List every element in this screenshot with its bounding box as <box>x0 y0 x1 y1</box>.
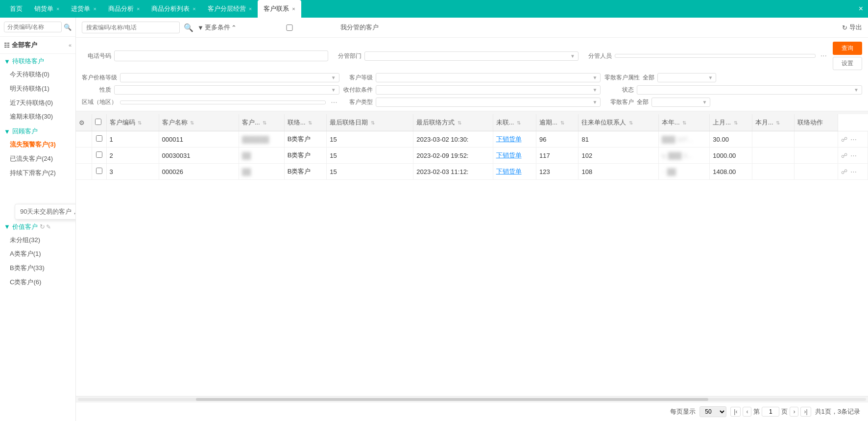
sidebar-item-class-c[interactable]: C类客户(6) <box>0 275 75 290</box>
row-action-more-icon[interactable]: ⋯ <box>850 152 857 159</box>
contact-person-sort-icon[interactable]: ⇅ <box>629 120 633 125</box>
sidebar-item-churn-warning[interactable]: 流失预警客户(3) <box>0 138 75 152</box>
phone-input[interactable] <box>114 50 328 61</box>
code-sort-icon[interactable]: ⇅ <box>138 120 142 125</box>
row-action-link-icon[interactable]: ☍ <box>841 152 847 159</box>
sidebar-item-class-a[interactable]: A类客户(1) <box>0 247 75 261</box>
row-checkbox-2[interactable] <box>96 168 102 174</box>
zero-customer-select[interactable]: ▼ <box>651 98 710 107</box>
person-dots[interactable]: ··· <box>819 51 829 60</box>
group3-refresh-icon[interactable]: ↻ <box>40 223 45 230</box>
type-sort-icon[interactable]: ⇅ <box>263 120 266 125</box>
first-page-button[interactable]: |‹ <box>730 407 741 417</box>
window-close-icon[interactable]: × <box>859 4 863 13</box>
last-method-link[interactable]: 下销货单 <box>496 151 522 159</box>
sidebar-item-ungrouped[interactable]: 未分组(32) <box>0 233 75 248</box>
overdue-sort-icon[interactable]: ⇅ <box>560 120 564 125</box>
hscroll-thumb[interactable] <box>196 398 708 401</box>
sidebar-item-declining[interactable]: 持续下滑客户(2) <box>0 166 75 180</box>
query-button[interactable]: 查询 <box>833 42 862 55</box>
area-select[interactable] <box>120 100 326 104</box>
area-dots[interactable]: ··· <box>329 98 339 107</box>
sidebar-group-pending[interactable]: ▼ 待联络客户 <box>0 54 75 68</box>
nav-tab-goods-list-close[interactable]: × <box>193 6 195 12</box>
sidebar-item-churned[interactable]: 已流失客户(24) <box>0 152 75 166</box>
row-checkbox-0[interactable] <box>96 135 102 142</box>
zero-attr-select[interactable]: ▼ <box>657 73 716 82</box>
name-sort-icon[interactable]: ⇅ <box>190 120 194 125</box>
search-input[interactable] <box>82 22 180 33</box>
customer-price-select[interactable]: ▼ <box>120 73 339 82</box>
sidebar-group-value[interactable]: ▼ 价值客户 ↻ ✎ <box>0 220 75 233</box>
nav-tab-sales-close[interactable]: × <box>56 6 59 12</box>
last-page-button[interactable]: ›| <box>800 407 811 417</box>
row-checkbox-1[interactable] <box>96 151 102 158</box>
horizontal-scrollbar[interactable] <box>76 396 868 402</box>
nav-tab-goods-list[interactable]: 商品分析列表 × <box>145 0 201 18</box>
pagination: 每页显示 50 100 200 |‹ ‹ 第 页 › ›| 共1页，3条记录 <box>76 402 868 421</box>
nav-tab-customer-contact[interactable]: 客户联系 × <box>258 0 301 18</box>
sidebar-search-input[interactable] <box>4 22 62 32</box>
settings-button[interactable]: 设置 <box>833 57 862 70</box>
payment-select[interactable]: ▼ <box>376 85 601 95</box>
export-button[interactable]: ↻ 导出 <box>842 23 862 32</box>
type-col-header: 客户... ⇅ <box>239 114 284 131</box>
gender-select[interactable]: ▼ <box>114 85 339 95</box>
last-method-sort-icon[interactable]: ⇅ <box>458 120 461 125</box>
more-filter-button[interactable]: ▼ 更多条件 ⌃ <box>197 23 237 32</box>
last-date-sort-icon[interactable]: ⇅ <box>371 120 375 125</box>
nav-tab-customer-contact-close[interactable]: × <box>292 6 295 12</box>
my-customer-checkbox[interactable]: 我分管的客户 <box>241 23 379 32</box>
nav-tab-goods-analysis[interactable]: 商品分析 × <box>102 0 145 18</box>
page-input[interactable] <box>762 407 779 417</box>
customer-type-select[interactable]: ▼ <box>376 98 601 107</box>
last-method-link[interactable]: 下销货单 <box>496 135 522 143</box>
nav-tab-goods-analysis-close[interactable]: × <box>137 6 140 12</box>
my-customer-check[interactable] <box>241 25 338 31</box>
dept-select[interactable]: ▼ <box>364 51 579 61</box>
nav-tab-customer-tier-close[interactable]: × <box>249 6 252 12</box>
this-month-sort-icon[interactable]: ⇅ <box>776 120 780 125</box>
sidebar-search-icon[interactable]: 🔍 <box>64 24 72 31</box>
not-contact-sort-icon[interactable]: ⇅ <box>517 120 521 125</box>
name-col-header: 客户名称 ⇅ <box>159 114 239 131</box>
table-settings-icon[interactable]: ⚙ <box>79 119 85 126</box>
status-select[interactable]: ▼ <box>637 85 862 95</box>
nav-tab-home[interactable]: 首页 <box>4 0 28 18</box>
row-action-link-icon[interactable]: ☍ <box>841 136 847 143</box>
nav-tab-purchase-close[interactable]: × <box>93 6 96 12</box>
search-button[interactable]: 🔍 <box>184 23 193 32</box>
last-month-sort-icon[interactable]: ⇅ <box>734 120 738 125</box>
person-select[interactable] <box>615 54 816 58</box>
row-this-year-cell: 30.00 <box>710 131 752 148</box>
customer-level-select[interactable]: ▼ <box>376 73 601 82</box>
sidebar-group-review[interactable]: ▼ 回顾客户 <box>0 124 75 138</box>
sidebar-item-today[interactable]: 今天待联络(0) <box>0 68 75 82</box>
nav-tab-customer-tier[interactable]: 客户分层经营 × <box>202 0 258 18</box>
nav-tab-purchase[interactable]: 进货单 × <box>65 0 102 18</box>
collapse-icon[interactable]: « <box>69 42 72 48</box>
nav-tab-sales[interactable]: 销货单 × <box>28 0 65 18</box>
group3-edit-icon[interactable]: ✎ <box>46 223 51 230</box>
select-all-checkbox[interactable] <box>95 119 101 125</box>
dept-label: 分管部门 <box>332 52 362 60</box>
last-method-link[interactable]: 下销货单 <box>496 168 522 175</box>
contact-sort-icon[interactable]: ⇅ <box>308 120 312 125</box>
per-page-select[interactable]: 50 100 200 <box>699 406 726 417</box>
row-overdue-cell: 108 <box>579 164 658 180</box>
sidebar-all-customers[interactable]: ☷ 全部客户 « <box>0 37 75 54</box>
sidebar-item-tomorrow[interactable]: 明天待联络(1) <box>0 82 75 96</box>
row-last-method-cell: 下销货单 <box>493 131 536 148</box>
sidebar-item-overdue[interactable]: 逾期未联络(30) <box>0 110 75 124</box>
this-year-sort-icon[interactable]: ⇅ <box>682 120 686 125</box>
row-action-more-icon[interactable]: ⋯ <box>850 136 857 143</box>
row-action-link-icon[interactable]: ☍ <box>841 168 847 175</box>
next-page-button[interactable]: › <box>790 407 798 417</box>
row-action-more-icon[interactable]: ⋯ <box>850 168 857 175</box>
sidebar-item-7days[interactable]: 近7天待联络(0) <box>0 96 75 110</box>
zero-customer-value: 全部 <box>637 98 649 106</box>
sidebar-item-class-b[interactable]: B类客户(33) <box>0 261 75 275</box>
prev-page-button[interactable]: ‹ <box>743 407 751 417</box>
row-last-date-cell: 2023-02-03 11:12: <box>413 164 493 180</box>
row-last-month-cell <box>752 148 794 164</box>
